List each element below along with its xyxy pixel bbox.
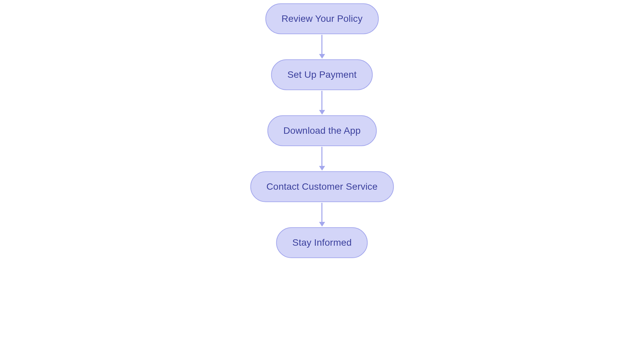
arrow-icon bbox=[319, 147, 325, 171]
arrow-line bbox=[322, 147, 323, 166]
flow-node-label: Set Up Payment bbox=[287, 69, 357, 80]
flow-node-label: Stay Informed bbox=[292, 237, 352, 248]
flow-node-review-policy: Review Your Policy bbox=[265, 3, 379, 34]
flow-node-label: Download the App bbox=[283, 125, 361, 136]
flow-node-set-up-payment: Set Up Payment bbox=[271, 59, 373, 90]
arrow-line bbox=[322, 35, 323, 54]
flow-node-label: Contact Customer Service bbox=[266, 181, 378, 192]
arrow-icon bbox=[319, 91, 325, 115]
arrow-line bbox=[322, 203, 323, 222]
arrow-icon bbox=[319, 35, 325, 59]
arrow-head-icon bbox=[319, 54, 325, 59]
flow-node-stay-informed: Stay Informed bbox=[276, 227, 368, 258]
arrow-head-icon bbox=[319, 110, 325, 115]
arrow-head-icon bbox=[319, 222, 325, 227]
arrow-line bbox=[322, 91, 323, 110]
arrow-icon bbox=[319, 203, 325, 227]
flow-node-contact-customer-service: Contact Customer Service bbox=[250, 171, 394, 202]
flowchart-container: Review Your Policy Set Up Payment Downlo… bbox=[250, 3, 394, 258]
arrow-head-icon bbox=[319, 166, 325, 171]
flow-node-download-app: Download the App bbox=[267, 115, 377, 146]
flow-node-label: Review Your Policy bbox=[281, 13, 363, 24]
